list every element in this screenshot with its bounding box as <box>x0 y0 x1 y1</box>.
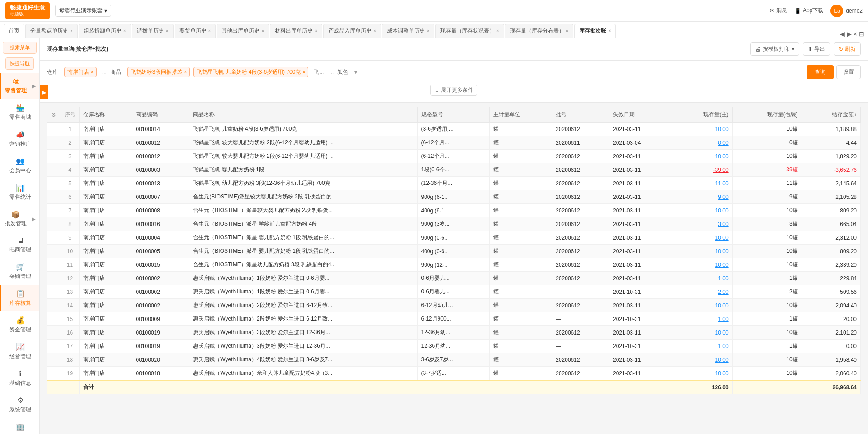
tab-home[interactable]: 首页 <box>4 24 24 38</box>
print-btn[interactable]: 🖨 按模板打印 ▾ <box>750 42 799 56</box>
summary-stock-pkg <box>732 380 802 394</box>
sidebar-item-enterprise[interactable]: 🏢 企业协同 <box>0 418 39 434</box>
setting-btn[interactable]: 设置 <box>836 65 861 79</box>
sidebar-item-retail-mgmt[interactable]: 🛍 零售管理 ▶ <box>0 73 39 99</box>
sidebar-search-area: 搜索菜单 <box>0 38 39 57</box>
tab-next-btn[interactable]: ▶ <box>847 30 852 38</box>
tab-material-out-history[interactable]: 材料出库单历史 × <box>270 24 322 38</box>
remove-goods-tag-2-icon[interactable]: × <box>302 70 305 75</box>
tab-close-material-out-history[interactable]: × <box>315 28 317 33</box>
tab-mix-history[interactable]: 调拨单历史 × <box>132 24 174 38</box>
row-stock-main: 1.00 <box>673 312 732 326</box>
sidebar-item-system[interactable]: ⚙ 系统管理 <box>0 392 39 418</box>
row-expire-date: 2021-03-11 <box>609 326 673 340</box>
tab-disassembly-history[interactable]: 组装拆卸单历史 × <box>79 24 131 38</box>
table-row: 6 南岸门店 00100007 合生元(BIOSTIME)派星较大婴儿配方奶粉 … <box>47 190 861 204</box>
tab-close-stock-dist[interactable]: × <box>566 28 569 33</box>
tab-request-history[interactable]: 要货单历史 × <box>175 24 216 38</box>
sidebar-item-marketing[interactable]: 📣 营销推广 <box>0 126 39 152</box>
sidebar-item-wholesale-mgmt[interactable]: 📦 批发管理 ▶ <box>0 206 39 232</box>
tab-close-other-out-history[interactable]: × <box>261 28 264 33</box>
table-row: 4 南岸门店 00100003 飞鹤星飞帆 婴儿配方奶粉 1段 1段(0-6个.… <box>47 163 861 177</box>
table-settings-icon[interactable]: ⚙ <box>51 112 56 118</box>
sidebar-item-operations[interactable]: 📈 经营管理 <box>0 338 39 365</box>
row-stock-main: 10.00 <box>673 326 732 340</box>
sidebar-item-basic-info[interactable]: ℹ 基础信息 <box>0 365 39 392</box>
row-stock-main: 10.00 <box>673 231 732 245</box>
tab-menu-btn[interactable]: ⊟ <box>859 30 864 38</box>
row-stock-pkg: 11罐 <box>732 177 802 190</box>
row-goods-code: 00100007 <box>132 190 189 204</box>
export-btn[interactable]: ⬆ 导出 <box>803 42 830 56</box>
row-expire-date: 2021-03-11 <box>609 231 673 245</box>
row-warehouse: 南岸门店 <box>79 245 132 258</box>
tab-close-disassembly-history[interactable]: × <box>123 28 126 33</box>
search-menu-btn[interactable]: 搜索菜单 <box>3 42 37 54</box>
tab-cost-adjust-history[interactable]: 成本调整单历史 × <box>382 24 434 38</box>
row-stock-main: 10.00 <box>673 367 732 381</box>
tab-close-all-btn[interactable]: × <box>854 30 857 38</box>
sidebar-item-finance[interactable]: 💰 资金管理 <box>0 311 39 338</box>
row-stock-pkg: 1罐 <box>732 272 802 285</box>
table-row: 16 南岸门店 00100019 惠氏启赋（Wyeth illuma）3段奶粉 … <box>47 326 861 340</box>
sidebar-item-member-center[interactable]: 👥 会员中心 <box>0 152 39 179</box>
sidebar-item-ecommerce[interactable]: 🖥 电商管理 <box>0 232 39 258</box>
tab-stock-status[interactable]: 现存量（库存状况表） × <box>435 24 504 38</box>
tab-close-product-in-history[interactable]: × <box>373 28 376 33</box>
expand-sidebar-btn[interactable]: ▶ <box>40 85 48 99</box>
remove-warehouse-tag-icon[interactable]: × <box>91 70 94 75</box>
row-unit: 罐 <box>489 163 552 177</box>
query-btn[interactable]: 查询 <box>807 65 834 79</box>
goods-more-indicator[interactable]: 飞... <box>314 68 324 76</box>
remove-goods-tag-1-icon[interactable]: × <box>184 70 187 75</box>
user-area[interactable]: Ea demo2 <box>830 5 863 17</box>
refresh-btn[interactable]: ↻ 刷新 <box>834 42 861 56</box>
row-warehouse: 南岸门店 <box>79 123 132 136</box>
table-row: 5 南岸门店 00100013 飞鹤星飞帆 幼儿配方奶粉 3段(12-36个月幼… <box>47 177 861 190</box>
sidebar-item-retail-mall[interactable]: 🏪 零售商城 <box>0 99 39 126</box>
tab-close-cost-adjust-history[interactable]: × <box>427 28 429 33</box>
tab-stock-dist[interactable]: 现存量（库存分布表） × <box>505 24 574 38</box>
row-index: 9 <box>61 231 79 245</box>
expand-more-btn[interactable]: ⌄ 展开更多条件 <box>430 85 477 96</box>
warehouse-more-btn[interactable]: ... <box>102 69 107 75</box>
row-goods-code: 00100008 <box>132 204 189 217</box>
row-goods-code: 00100019 <box>132 340 189 353</box>
row-expire-date: 2021-03-11 <box>609 217 673 231</box>
tab-batch-account[interactable]: 库存批次账 × <box>574 24 616 38</box>
summary-label: 合计 <box>79 380 673 394</box>
balance-info-icon[interactable]: ℹ <box>855 112 857 117</box>
goods-ellipsis[interactable]: ... <box>329 69 334 75</box>
row-goods-name: 惠氏启赋（Wyeth illuma）1段奶粉 爱尔兰进口 0-6月婴... <box>189 272 417 285</box>
tab-close-request-history[interactable]: × <box>208 28 211 33</box>
quick-nav-btn[interactable]: 快捷导航 <box>5 57 34 70</box>
tab-other-out-history[interactable]: 其他出库单历史 × <box>217 24 269 38</box>
messages-btn[interactable]: ✉ 消息 <box>770 7 787 14</box>
sidebar-item-retail-stats[interactable]: 📊 零售统计 <box>0 179 39 206</box>
row-stock-pkg: 1罐 <box>732 340 802 353</box>
table-row: 10 南岸门店 00100005 合生元（BIOSTIME）派星 婴儿配方奶粉 … <box>47 245 861 258</box>
org-selector[interactable]: 母婴行业演示账套 ▾ <box>55 5 111 17</box>
tab-close-stock-status[interactable]: × <box>496 28 499 33</box>
row-goods-name: 合生元（BIOSTIME）派星 学龄前儿童配方奶粉 4段 <box>189 217 417 231</box>
row-balance: 2,094.40 <box>802 299 860 312</box>
table-row: 7 南岸门店 00100008 合生元（BIOSTIME）派星较大婴儿配方奶粉 … <box>47 204 861 217</box>
goods-tag-2[interactable]: 飞鹤星飞帆 儿童奶粉 4段(3-6岁适用) 700克 × <box>193 67 308 77</box>
tab-close-batch-account[interactable]: × <box>608 28 611 33</box>
tab-nav: ◀ ▶ × ⊟ <box>840 30 864 38</box>
app-download-btn[interactable]: 📱 App下载 <box>794 7 823 14</box>
warehouse-tag-nanganmen[interactable]: 南岸门店 × <box>64 67 97 77</box>
goods-tag-1[interactable]: 飞鹤奶粉3段同捆搭装 × <box>127 67 190 77</box>
tab-close-split-history[interactable]: × <box>70 28 73 33</box>
purchase-icon: 🛒 <box>16 263 25 271</box>
sidebar-item-purchase[interactable]: 🛒 采购管理 <box>0 258 39 285</box>
row-unit: 罐 <box>489 340 552 353</box>
tab-close-mix-history[interactable]: × <box>166 28 169 33</box>
tab-prev-btn[interactable]: ◀ <box>840 30 845 38</box>
tab-split-history[interactable]: 分量盘点单历史 × <box>25 24 78 38</box>
tab-product-in-history[interactable]: 产成品入库单历史 × <box>323 24 381 38</box>
row-stock-main: 9.00 <box>673 190 732 204</box>
sidebar-item-inventory[interactable]: 📋 库存核算 <box>0 285 39 311</box>
color-chevron-icon[interactable]: ▾ <box>354 69 357 75</box>
col-spec: 规格型号 <box>417 107 489 123</box>
